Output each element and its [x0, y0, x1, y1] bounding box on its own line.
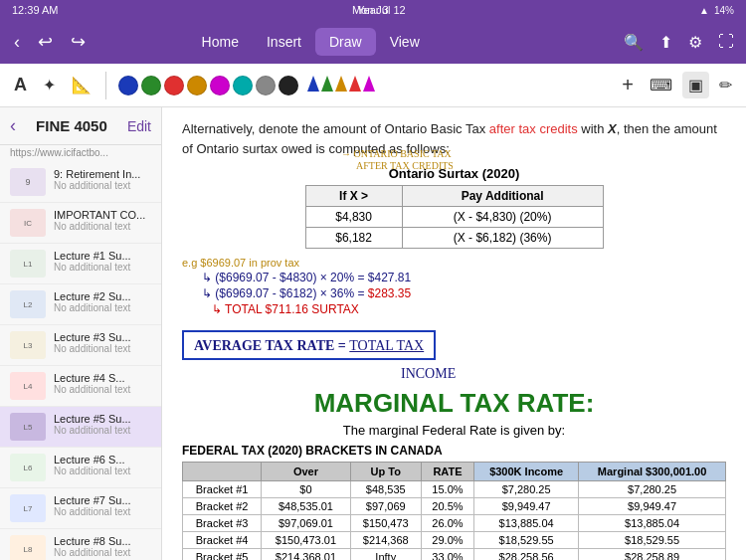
fed-r2-marg: $9,949.47	[579, 498, 726, 515]
pen-tip-orange[interactable]	[335, 76, 347, 92]
sidebar-thumb-5: L3	[10, 331, 46, 359]
fed-r3-over: $97,069.01	[262, 515, 351, 532]
toolbar-divider	[105, 72, 106, 99]
ontario-row-2: $6,182 (X - $6,182) (36%)	[305, 228, 603, 249]
yellow-annotation-2: AFTER TAX CREDITS	[356, 160, 454, 171]
sidebar-item-text-5: Lecture #3 Su... No additional text	[54, 331, 151, 359]
federal-table-caption: FEDERAL TAX (2020) BRACKETS IN CANADA	[182, 444, 726, 458]
federal-row-1: Bracket #1 $0 $48,535 15.0% $7,280.25 $7…	[183, 481, 726, 498]
sidebar-item-title-6: Lecture #4 S...	[54, 372, 151, 384]
sidebar-item-text-8: Lecture #6 S... No additional text	[54, 454, 151, 481]
federal-tax-table: FEDERAL TAX (2020) BRACKETS IN CANADA Ov…	[182, 444, 726, 560]
share-button[interactable]: ⬆	[655, 29, 676, 56]
fed-r5-rate: 33.0%	[421, 549, 473, 561]
ontario-cell-1-1: $4,830	[305, 207, 402, 228]
sidebar-back-button[interactable]: ‹	[10, 115, 16, 136]
sidebar-item-sub-4: No additional text	[54, 302, 151, 313]
sidebar-item-10[interactable]: L8 Lecture #8 Su... No additional text	[0, 529, 161, 560]
add-button[interactable]: +	[616, 70, 640, 100]
fed-r4-over: $150,473.01	[262, 532, 351, 549]
fed-r4-bracket: Bracket #4	[183, 532, 262, 549]
color-palette	[118, 76, 375, 95]
sidebar-item-text-1: 9: Retirement In... No additional text	[54, 168, 151, 196]
fed-r1-marg: $7,280.25	[579, 481, 726, 498]
fed-r1-300k: $7,280.25	[474, 481, 579, 498]
sidebar-item-sub-3: No additional text	[54, 262, 151, 273]
sidebar-item-2[interactable]: IC IMPORTANT CO... No additional text	[0, 203, 161, 244]
sidebar-item-text-2: IMPORTANT CO... No additional text	[54, 209, 151, 237]
color-gray[interactable]	[256, 76, 276, 95]
undo-button[interactable]: ↩	[32, 27, 59, 57]
sidebar-url: https://www.icifactbo...	[0, 145, 161, 162]
sidebar-item-text-10: Lecture #8 Su... No additional text	[54, 535, 151, 560]
status-icons: ▲ 14%	[699, 5, 734, 16]
year-label: Year 3	[357, 4, 388, 16]
fed-r5-upto: Infty	[350, 549, 421, 561]
sidebar-item-title-9: Lecture #7 Su...	[54, 494, 151, 506]
federal-row-4: Bracket #4 $150,473.01 $214,368 29.0% $1…	[183, 532, 726, 549]
canvas-button[interactable]: ▣	[682, 72, 709, 98]
color-purple[interactable]	[210, 76, 230, 95]
color-red[interactable]	[164, 76, 184, 95]
fed-r2-upto: $97,069	[350, 498, 421, 515]
keyboard-button[interactable]: ⌨	[644, 72, 678, 98]
nav-tabs: Home Insert Draw View	[188, 28, 434, 56]
sidebar-item-1[interactable]: 9 9: Retirement In... No additional text	[0, 162, 161, 203]
sidebar-item-text-9: Lecture #7 Su... No additional text	[54, 494, 151, 522]
fullscreen-button[interactable]: ⛶	[714, 29, 738, 55]
pen-tip-green[interactable]	[321, 76, 333, 92]
sidebar-thumb-10: L8	[10, 535, 46, 560]
main-layout: ‹ FINE 4050 Edit https://www.icifactbo..…	[0, 107, 746, 560]
sidebar-thumb-9: L7	[10, 494, 46, 522]
sidebar-edit-button[interactable]: Edit	[127, 118, 151, 134]
sidebar-header: ‹ FINE 4050 Edit	[0, 107, 161, 145]
intro-paragraph: Alternatively, denote the amount of Onta…	[182, 119, 726, 158]
sidebar-item-5[interactable]: L3 Lecture #3 Su... No additional text	[0, 325, 161, 366]
sidebar: ‹ FINE 4050 Edit https://www.icifactbo..…	[0, 107, 162, 560]
tab-insert[interactable]: Insert	[253, 28, 315, 56]
settings-button[interactable]: ⚙	[684, 29, 706, 56]
pen-tip-purple[interactable]	[363, 76, 375, 92]
sidebar-item-9[interactable]: L7 Lecture #7 Su... No additional text	[0, 488, 161, 529]
yellow-annotation-1: → ONTARIO BASIC TAX	[341, 148, 452, 159]
color-teal[interactable]	[233, 76, 253, 95]
sidebar-item-title-3: Lecture #1 Su...	[54, 250, 151, 262]
fed-r4-upto: $214,368	[350, 532, 421, 549]
sidebar-item-sub-10: No additional text	[54, 547, 151, 558]
fed-r2-bracket: Bracket #2	[183, 498, 262, 515]
text-tool-button[interactable]: A	[8, 71, 33, 99]
sidebar-item-title-5: Lecture #3 Su...	[54, 331, 151, 343]
fed-r1-bracket: Bracket #1	[183, 481, 262, 498]
fed-r1-rate: 15.0%	[421, 481, 473, 498]
sidebar-item-7[interactable]: L5 Lecture #5 Su... No additional text	[0, 407, 161, 448]
sidebar-thumb-7: L5	[10, 413, 46, 441]
sidebar-item-text-3: Lecture #1 Su... No additional text	[54, 250, 151, 278]
pen-tip-blue[interactable]	[307, 76, 319, 92]
color-black[interactable]	[279, 76, 298, 95]
tab-draw[interactable]: Draw	[315, 28, 376, 56]
ontario-surtax-table: Ontario Surtax (2020) If X > Pay Additio…	[305, 166, 604, 249]
fed-r3-rate: 26.0%	[421, 515, 473, 532]
tab-home[interactable]: Home	[188, 28, 253, 56]
redo-button[interactable]: ↪	[65, 27, 92, 57]
color-blue[interactable]	[118, 76, 138, 95]
ruler-tool-button[interactable]: 📐	[66, 72, 97, 98]
pen-tip-red[interactable]	[349, 76, 361, 92]
sidebar-item-4[interactable]: L2 Lecture #2 Su... No additional text	[0, 284, 161, 325]
sidebar-item-3[interactable]: L1 Lecture #1 Su... No additional text	[0, 244, 161, 284]
lasso-tool-button[interactable]: ✦	[37, 72, 62, 98]
fed-r1-over: $0	[262, 481, 351, 498]
pen-tips	[307, 76, 375, 95]
finger-draw-button[interactable]: ✏	[713, 72, 738, 98]
back-nav-button[interactable]: ‹	[8, 28, 26, 57]
color-orange[interactable]	[187, 76, 207, 95]
tab-view[interactable]: View	[376, 28, 434, 56]
search-button[interactable]: 🔍	[620, 29, 648, 56]
sidebar-thumb-8: L6	[10, 454, 46, 481]
color-green[interactable]	[141, 76, 161, 95]
sidebar-item-8[interactable]: L6 Lecture #6 S... No additional text	[0, 448, 161, 488]
sidebar-item-6[interactable]: L4 Lecture #4 S... No additional text	[0, 366, 161, 407]
ontario-table-caption: Ontario Surtax (2020)	[305, 166, 604, 181]
sidebar-item-sub-6: No additional text	[54, 384, 151, 395]
sidebar-thumb-4: L2	[10, 290, 46, 318]
